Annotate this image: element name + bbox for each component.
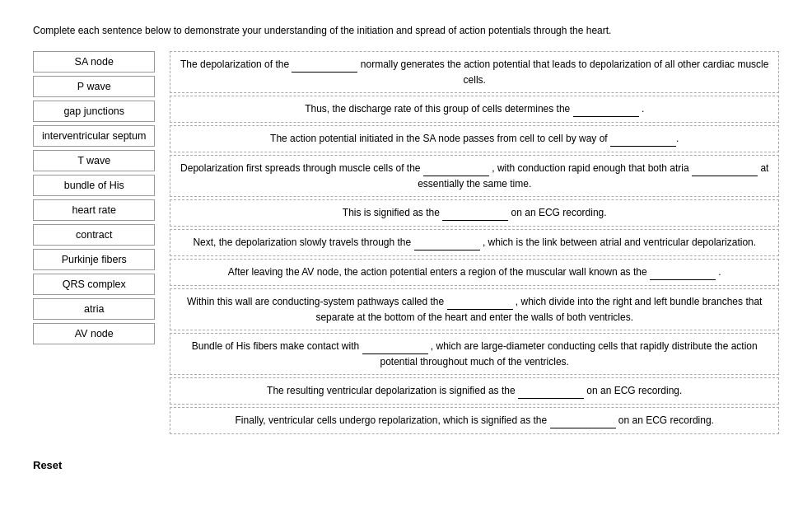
word-item[interactable]: contract [33, 224, 155, 246]
sentence-box: The action potential initiated in the SA… [170, 125, 779, 152]
word-item[interactable]: heart rate [33, 199, 155, 221]
sentence-box: Within this wall are conducting-system p… [170, 288, 779, 330]
word-item[interactable]: AV node [33, 323, 155, 344]
sentence-box: The resulting ventricular depolarization… [170, 377, 779, 405]
sentence-box: The depolarization of the normally gener… [170, 51, 779, 93]
sentences-column: The depolarization of the normally gener… [170, 51, 779, 434]
fill-blank[interactable] [550, 413, 616, 428]
sentence-box: Finally, ventricular cells undergo repol… [170, 407, 779, 434]
instructions: Complete each sentence below to demonstr… [33, 25, 675, 36]
reset-button[interactable]: Reset [33, 459, 62, 471]
fill-blank[interactable] [292, 57, 357, 73]
fill-blank[interactable] [447, 294, 513, 310]
sentence-box: Thus, the discharge rate of this group o… [170, 96, 779, 123]
main-layout: SA nodeP wavegap junctionsinterventricul… [33, 51, 779, 434]
word-item[interactable]: QRS complex [33, 274, 155, 295]
word-item[interactable]: gap junctions [33, 101, 155, 122]
fill-blank[interactable] [423, 161, 489, 176]
fill-blank[interactable] [692, 161, 758, 176]
word-item[interactable]: SA node [33, 51, 155, 73]
fill-blank[interactable] [610, 131, 676, 147]
fill-blank[interactable] [362, 339, 428, 354]
fill-blank[interactable] [518, 383, 584, 399]
word-item[interactable]: P wave [33, 76, 155, 97]
sentence-box: Next, the depolarization slowly travels … [170, 229, 779, 256]
word-item[interactable]: Purkinje fibers [33, 249, 155, 270]
word-bank: SA nodeP wavegap junctionsinterventricul… [33, 51, 155, 344]
sentence-box: After leaving the AV node, the action po… [170, 259, 779, 286]
sentence-box: This is signified as the on an ECG recor… [170, 199, 779, 227]
word-item[interactable]: T wave [33, 150, 155, 171]
fill-blank[interactable] [414, 235, 480, 250]
fill-blank[interactable] [573, 101, 639, 117]
word-item[interactable]: atria [33, 298, 155, 320]
fill-blank[interactable] [650, 265, 716, 280]
word-item[interactable]: interventricular septum [33, 125, 155, 147]
sentence-box: Depolarization first spreads through mus… [170, 155, 779, 197]
fill-blank[interactable] [442, 205, 508, 221]
sentence-box: Bundle of His fibers make contact with ,… [170, 333, 779, 375]
word-item[interactable]: bundle of His [33, 175, 155, 196]
